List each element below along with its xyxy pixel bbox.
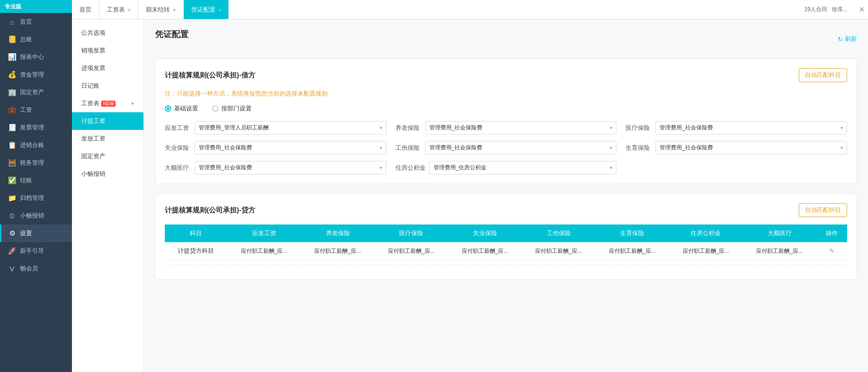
sidebar-item-general-ledger[interactable]: 📒 总账 — [0, 31, 72, 48]
sidebar-item-settings[interactable]: ⚙ 设置 — [0, 224, 72, 242]
tab-label-payroll: 工资表 — [107, 6, 125, 14]
sidebar-item-settlement[interactable]: ✅ 结账 — [0, 172, 72, 189]
debit-field-row-3: 失业保险 管理费用_社会保险费 ▾ — [165, 141, 386, 154]
close-button[interactable]: ✕ — [855, 3, 868, 16]
chevron-down-icon-6: ▾ — [380, 165, 382, 170]
tab-label-voucher-config: 凭证配置 — [191, 6, 215, 14]
debit-field-select-5[interactable]: 管理费用_社会保险费 ▾ — [655, 141, 847, 154]
sidebar-item-purchase-sales[interactable]: 📋 进销台账 — [0, 136, 72, 154]
left-nav-item-payroll-table[interactable]: 工资表NEW▾ — [72, 95, 143, 112]
sidebar-icon-home: ⌂ — [8, 18, 16, 26]
tab-close-payroll[interactable]: × — [128, 7, 130, 13]
debit-section: 计提核算规则(公司承担)-借方 自动匹配科目 注：只能选择一种方式，系统将按照您… — [155, 58, 857, 184]
sidebar-icon-fund-management: 💰 — [8, 71, 16, 79]
left-nav-item-fixed-assets[interactable]: 固定资产 — [72, 148, 143, 165]
left-nav-item-calc-salary[interactable]: 计提工资 — [72, 112, 143, 130]
debit-field-row-0: 应发工资 管理费用_管理人员职工薪酬 ▾ — [165, 121, 386, 135]
credit-row-val-0-7[interactable]: 应付职工薪酬_应... — [743, 242, 816, 260]
sidebar-icon-settlement: ✅ — [8, 176, 16, 185]
debit-field-label-2: 医疗保险 — [626, 124, 652, 132]
left-nav-item-journal[interactable]: 日记账 — [72, 77, 143, 95]
left-nav-label-public-options: 公共选项 — [81, 29, 105, 37]
debit-field-value-2: 管理费用_社会保险费 — [660, 124, 713, 132]
credit-section-title: 计提核算规则(公司承担)-贷方 — [165, 206, 255, 215]
credit-table-header-5: 工伤保险 — [522, 224, 596, 242]
left-nav-item-public-options[interactable]: 公共选项 — [72, 24, 143, 42]
debit-field-select-3[interactable]: 管理费用_社会保险费 ▾ — [194, 141, 386, 154]
sidebar-label-fixed-assets: 固定资产 — [20, 88, 44, 96]
sidebar-item-vip[interactable]: V 畅会员 — [0, 260, 72, 277]
credit-row-val-0-1[interactable]: 应付职工薪酬_应... — [301, 242, 375, 260]
sidebar-item-guide[interactable]: 🚀 新手引导 — [0, 242, 72, 260]
tab-voucher-config[interactable]: 凭证配置× — [184, 0, 229, 19]
sidebar-item-archive[interactable]: 📁 归档管理 — [0, 189, 72, 207]
edit-icon-0[interactable]: ✎ — [829, 247, 835, 255]
credit-row-val-0-0[interactable]: 应付职工薪酬_应... — [227, 242, 301, 260]
sidebar-item-home[interactable]: ⌂ 首页 — [0, 13, 72, 31]
debit-field-row-2: 医疗保险 管理费用_社会保险费 ▾ — [626, 121, 847, 135]
basic-setting-radio[interactable]: 基础设置 — [165, 104, 198, 113]
sidebar-icon-general-ledger: 📒 — [8, 35, 16, 44]
tab-close-period-end[interactable]: × — [173, 7, 175, 13]
debit-field-select-1[interactable]: 管理费用_社会保险费 ▾ — [425, 121, 617, 135]
sidebar-icon-settings: ⚙ — [8, 229, 16, 237]
left-nav-item-pay-salary[interactable]: 发放工资 — [72, 130, 143, 148]
debit-field-label-4: 工伤保险 — [395, 144, 421, 152]
refresh-button[interactable]: ↻ 刷新 — [838, 35, 857, 43]
page-content: 公共选项销项发票进项发票日记账工资表NEW▾计提工资发放工资固定资产小畅报销 凭… — [72, 19, 868, 372]
credit-row-val-0-5[interactable]: 应付职工薪酬_应... — [596, 242, 669, 260]
debit-auto-match-button[interactable]: 自动匹配科目 — [799, 68, 847, 82]
debit-field-row-6: 大额医疗 管理费用_社会保险费 ▾ — [165, 161, 386, 174]
sidebar-label-salary: 工资 — [20, 106, 32, 114]
left-nav-label-cancel-invoice: 销项发票 — [81, 46, 105, 55]
left-nav-label-fixed-assets: 固定资产 — [81, 152, 105, 160]
sidebar-label-purchase-sales: 进销台账 — [20, 141, 44, 149]
debit-field-select-0[interactable]: 管理费用_管理人员职工薪酬 ▾ — [194, 121, 386, 135]
sidebar-item-xiaochang-report[interactable]: © 小畅报销 — [0, 207, 72, 224]
sidebar-item-report-center[interactable]: 📊 报表中心 — [0, 48, 72, 66]
left-nav-item-entry-invoice[interactable]: 进项发票 — [72, 59, 143, 77]
credit-row-val-0-2[interactable]: 应付职工薪酬_应... — [375, 242, 448, 260]
credit-table: 科目应发工资养老保险医疗保险失业保险工伤保险生育保险住房公积金大额医疗操作 计提… — [165, 224, 847, 260]
tab-label-period-end: 期末结转 — [146, 6, 170, 14]
debit-field-row-7: 住房公积金 管理费用_住房公积金 ▾ — [395, 161, 617, 174]
sidebar-item-salary[interactable]: 💼 工资 — [0, 101, 72, 119]
refresh-icon: ↻ — [838, 36, 843, 43]
credit-auto-match-button[interactable]: 自动匹配科目 — [799, 203, 847, 217]
left-nav-label-journal: 日记账 — [81, 82, 99, 90]
left-nav-label-pay-salary: 发放工资 — [81, 135, 105, 143]
credit-row-val-0-4[interactable]: 应付职工薪酬_应... — [522, 242, 596, 260]
department-setting-radio[interactable]: 按部门设置 — [212, 104, 252, 113]
tab-close-voucher-config[interactable]: × — [218, 7, 221, 13]
left-nav-item-cancel-invoice[interactable]: 销项发票 — [72, 42, 143, 59]
credit-row-val-0-6[interactable]: 应付职工薪酬_应... — [669, 242, 743, 260]
credit-table-header-8: 大额医疗 — [743, 224, 816, 242]
sidebar-item-fixed-assets[interactable]: 🏢 固定资产 — [0, 83, 72, 101]
sidebar-item-fund-management[interactable]: 💰 资金管理 — [0, 66, 72, 83]
page-title: 凭证配置 — [155, 29, 188, 40]
debit-field-select-6[interactable]: 管理费用_社会保险费 ▾ — [194, 161, 386, 174]
credit-row-subject-0: 计提贷方科目 — [165, 242, 227, 260]
debit-field-value-0: 管理费用_管理人员职工薪酬 — [199, 124, 269, 132]
debit-field-select-4[interactable]: 管理费用_社会保险费 ▾ — [425, 141, 617, 154]
chevron-down-icon-5: ▾ — [841, 145, 843, 150]
sidebar-item-tax-management[interactable]: 🧮 税务管理 — [0, 154, 72, 172]
sidebar-icon-salary: 💼 — [8, 106, 16, 114]
chevron-down-icon-7: ▾ — [610, 165, 612, 170]
left-nav-item-small-report[interactable]: 小畅报销 — [72, 165, 143, 183]
debit-field-row-5: 生育保险 管理费用_社会保险费 ▾ — [626, 141, 847, 154]
sidebar-item-invoice-management[interactable]: 🧾 发票管理 — [0, 119, 72, 136]
sidebar-icon-guide: 🚀 — [8, 247, 16, 255]
username: 徐库... — [832, 6, 848, 13]
left-nav-label-calc-salary: 计提工资 — [81, 117, 105, 125]
debit-field-select-7[interactable]: 管理费用_住房公积金 ▾ — [429, 161, 617, 174]
credit-row-action-0[interactable]: ✎ — [816, 242, 847, 260]
debit-field-select-2[interactable]: 管理费用_社会保险费 ▾ — [655, 121, 847, 135]
tab-period-end[interactable]: 期末结转× — [138, 0, 183, 19]
tab-home[interactable]: 首页 — [72, 0, 99, 19]
sidebar-icon-fixed-assets: 🏢 — [8, 88, 16, 96]
tab-label-home: 首页 — [79, 6, 91, 14]
tab-payroll[interactable]: 工资表× — [99, 0, 138, 19]
credit-row-val-0-3[interactable]: 应付职工薪酬_应... — [448, 242, 522, 260]
sidebar-label-fund-management: 资金管理 — [20, 71, 44, 79]
